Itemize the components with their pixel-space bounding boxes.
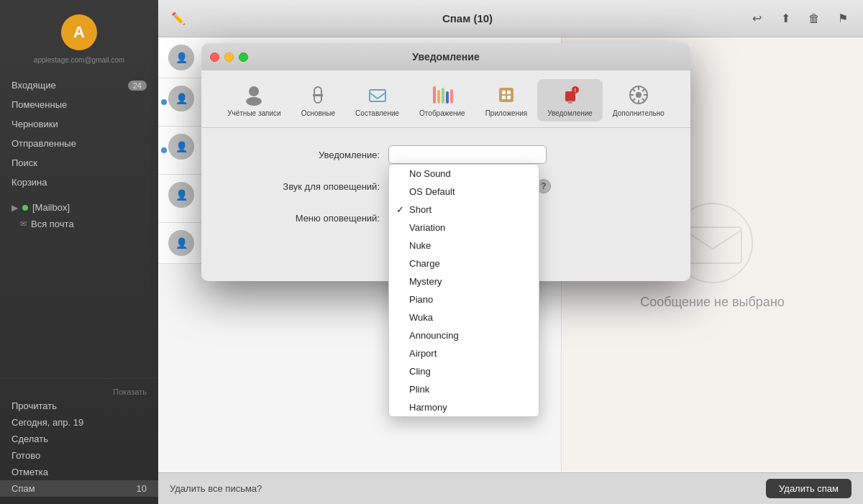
sidebar-item-trash[interactable]: Корзина bbox=[0, 173, 158, 192]
svg-rect-10 bbox=[446, 91, 449, 104]
notification-row: Уведомление: bbox=[230, 145, 662, 164]
dropdown-item-variation[interactable]: Variation bbox=[389, 219, 539, 237]
archive-button[interactable]: ⬆ bbox=[774, 7, 797, 30]
sidebar: A applestage.com@gmail.com Входящие 24 П… bbox=[0, 0, 158, 504]
tab-general-label: Основные bbox=[301, 109, 335, 117]
tab-apps[interactable]: Приложения bbox=[475, 79, 538, 122]
tab-compose-label: Составление bbox=[355, 109, 399, 117]
delete-all-text: Удалить все письма? bbox=[170, 483, 757, 494]
sidebar-item-read[interactable]: Прочитать bbox=[0, 398, 158, 414]
reply-button[interactable]: ↩ bbox=[745, 7, 768, 30]
tab-display-label: Отображение bbox=[419, 109, 465, 117]
dropdown-item-os-default[interactable]: OS Default bbox=[389, 183, 539, 201]
unread-indicator bbox=[161, 147, 167, 153]
sidebar-nav: Входящие 24 Помеченные Черновики Отправл… bbox=[0, 75, 158, 199]
show-label: Показать bbox=[0, 386, 158, 398]
flag-button[interactable]: ⚑ bbox=[831, 7, 854, 30]
tab-notifications[interactable]: ! Уведомление bbox=[537, 79, 603, 122]
compose-button[interactable]: ✏️ bbox=[167, 7, 190, 30]
tab-advanced-label: Дополнительно bbox=[613, 109, 665, 117]
sidebar-item-flagged[interactable]: Помеченные bbox=[0, 95, 158, 114]
prefs-toolbar: Учётные записи Основные Составление bbox=[201, 70, 690, 128]
sidebar-item-sent[interactable]: Отправленные bbox=[0, 134, 158, 153]
general-icon bbox=[306, 83, 329, 106]
svg-rect-16 bbox=[507, 96, 511, 99]
dropdown-item-piano[interactable]: Piano bbox=[389, 290, 539, 308]
svg-rect-5 bbox=[313, 94, 323, 96]
sidebar-item-today[interactable]: Сегодня, апр. 19 bbox=[0, 414, 158, 431]
svg-rect-11 bbox=[450, 89, 453, 104]
notification-select[interactable] bbox=[388, 145, 547, 164]
dropdown-item-wuka[interactable]: Wuka bbox=[389, 308, 539, 326]
svg-rect-7 bbox=[433, 86, 436, 104]
sidebar-item-drafts[interactable]: Черновики bbox=[0, 114, 158, 134]
alert-sound-label: Звук для оповещений: bbox=[230, 181, 388, 192]
svg-rect-13 bbox=[502, 91, 506, 94]
dropdown-item-short[interactable]: Short bbox=[389, 201, 539, 219]
advanced-icon bbox=[627, 83, 650, 106]
accounts-icon bbox=[242, 83, 265, 106]
maximize-button[interactable] bbox=[239, 52, 248, 62]
close-button[interactable] bbox=[210, 52, 219, 62]
mailbox-status-dot bbox=[22, 205, 28, 211]
dropdown-item-harmony[interactable]: Harmony bbox=[389, 398, 539, 416]
tab-display[interactable]: Отображение bbox=[409, 79, 475, 122]
sidebar-item-inbox[interactable]: Входящие 24 bbox=[0, 75, 158, 95]
avatar: 👤 bbox=[168, 134, 194, 160]
traffic-lights bbox=[210, 52, 248, 62]
svg-point-3 bbox=[246, 97, 262, 106]
sidebar-item-flag[interactable]: Отметка bbox=[0, 464, 158, 480]
svg-point-2 bbox=[249, 86, 259, 96]
delete-spam-button[interactable]: Удалить спам bbox=[766, 479, 851, 498]
trash-button[interactable]: 🗑 bbox=[803, 7, 826, 30]
tab-general[interactable]: Основные bbox=[291, 79, 345, 122]
sidebar-mailbox[interactable]: ▶ [Mailbox] bbox=[0, 199, 158, 216]
minimize-button[interactable] bbox=[224, 52, 234, 62]
sidebar-item-spam[interactable]: Спам 10 bbox=[0, 480, 158, 497]
tab-compose[interactable]: Составление bbox=[345, 79, 409, 122]
dropdown-item-airport[interactable]: Airport bbox=[389, 344, 539, 362]
detail-empty-text: Сообщение не выбрано bbox=[640, 295, 785, 310]
tab-apps-label: Приложения bbox=[485, 109, 528, 117]
sidebar-item-search[interactable]: Поиск bbox=[0, 153, 158, 173]
sidebar-email: applestage.com@gmail.com bbox=[0, 56, 158, 64]
tab-accounts-label: Учётные записи bbox=[227, 109, 281, 117]
toolbar-title: Спам (10) bbox=[196, 12, 739, 24]
svg-rect-20 bbox=[568, 101, 572, 104]
svg-rect-12 bbox=[499, 88, 513, 102]
sidebar-all-mail[interactable]: ✉ Вся почта bbox=[0, 216, 158, 232]
dropdown-item-charge[interactable]: Charge bbox=[389, 255, 539, 272]
svg-text:!: ! bbox=[574, 88, 575, 93]
sidebar-item-done[interactable]: Готово bbox=[0, 447, 158, 464]
dropdown-item-nuke[interactable]: Nuke bbox=[389, 237, 539, 255]
dropdown-item-cling[interactable]: Cling bbox=[389, 362, 539, 380]
dropdown-item-announcing[interactable]: Announcing bbox=[389, 326, 539, 344]
top-toolbar: ✏️ Спам (10) ↩ ⬆ 🗑 ⚑ bbox=[158, 0, 863, 37]
sound-dropdown: No Sound OS Default Short Variation Nuke… bbox=[388, 164, 539, 417]
sidebar-bottom: Показать Прочитать Сегодня, апр. 19 Сдел… bbox=[0, 378, 158, 504]
svg-rect-6 bbox=[370, 90, 385, 101]
notifications-icon: ! bbox=[559, 83, 582, 106]
tab-advanced[interactable]: Дополнительно bbox=[603, 79, 675, 122]
sidebar-item-todo[interactable]: Сделать bbox=[0, 431, 158, 447]
dropdown-item-plink[interactable]: Plink bbox=[389, 380, 539, 398]
svg-point-22 bbox=[636, 92, 641, 98]
bottom-bar: Удалить все письма? Удалить спам bbox=[158, 472, 863, 504]
dropdown-item-no-sound[interactable]: No Sound bbox=[389, 165, 539, 183]
unread-indicator bbox=[161, 99, 167, 105]
svg-rect-8 bbox=[437, 90, 440, 104]
avatar: 👤 bbox=[168, 230, 194, 256]
svg-rect-15 bbox=[502, 96, 506, 99]
notification-label: Уведомление: bbox=[230, 150, 388, 160]
svg-rect-9 bbox=[442, 88, 444, 104]
tab-accounts[interactable]: Учётные записи bbox=[217, 79, 291, 122]
display-icon bbox=[431, 83, 454, 106]
compose-icon bbox=[366, 83, 389, 106]
dropdown-item-mystery[interactable]: Mystery bbox=[389, 272, 539, 290]
avatar: 👤 bbox=[168, 86, 194, 111]
svg-rect-1 bbox=[684, 227, 741, 263]
tab-notifications-label: Уведомление bbox=[547, 109, 593, 117]
prefs-title: Уведомление bbox=[412, 51, 479, 63]
alert-menu-label: Меню оповещений: bbox=[230, 213, 388, 224]
apps-icon bbox=[495, 83, 518, 106]
